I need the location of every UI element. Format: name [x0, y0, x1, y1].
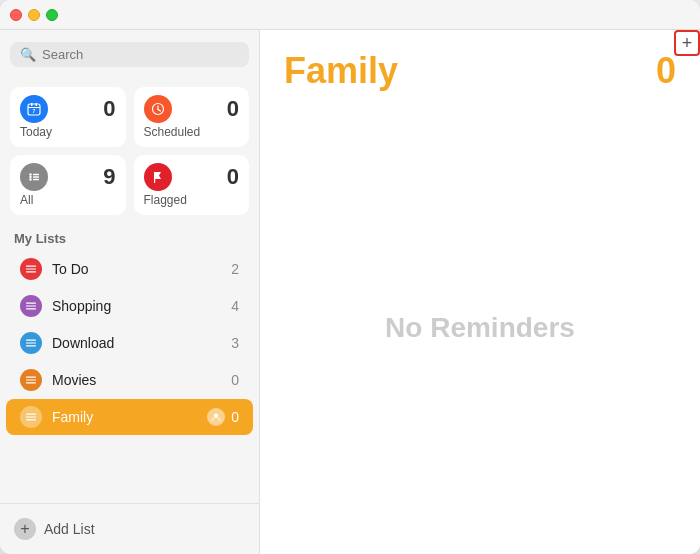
svg-rect-26: [26, 382, 36, 383]
svg-rect-11: [33, 174, 39, 175]
svg-rect-16: [26, 268, 36, 269]
today-count: 0: [103, 96, 115, 122]
todo-list-count: 2: [231, 261, 239, 277]
smart-list-scheduled[interactable]: 0 Scheduled: [134, 87, 250, 147]
svg-rect-12: [33, 176, 39, 177]
detail-body: No Reminders: [260, 102, 700, 554]
movies-list-name: Movies: [52, 372, 221, 388]
svg-rect-20: [26, 308, 36, 309]
today-label: Today: [20, 125, 116, 139]
add-reminder-button-container: +: [674, 30, 700, 56]
svg-point-9: [29, 176, 31, 178]
sidebar-top: 🔍: [0, 30, 259, 77]
family-list-name: Family: [52, 409, 197, 425]
svg-rect-18: [26, 303, 36, 304]
svg-rect-2: [36, 103, 38, 106]
add-list-button[interactable]: + Add List: [14, 514, 245, 544]
svg-rect-1: [31, 103, 33, 106]
detail-header: Family 0: [260, 30, 700, 102]
list-item-download[interactable]: Download 3: [6, 325, 253, 361]
my-lists-section-title: My Lists: [0, 225, 259, 250]
svg-rect-13: [33, 179, 39, 180]
download-list-name: Download: [52, 335, 221, 351]
search-input[interactable]: [42, 47, 239, 62]
no-reminders-text: No Reminders: [385, 312, 575, 344]
list-item-todo[interactable]: To Do 2: [6, 251, 253, 287]
detail-title: Family: [284, 50, 398, 92]
close-button[interactable]: [10, 9, 22, 21]
detail-pane: Family 0 + No Reminders: [260, 30, 700, 554]
main-content: 🔍 7: [0, 30, 700, 554]
shopping-list-icon: [20, 295, 42, 317]
flagged-count: 0: [227, 164, 239, 190]
list-items: To Do 2 Shopping: [0, 250, 259, 503]
list-item-shopping[interactable]: Shopping 4: [6, 288, 253, 324]
svg-rect-19: [26, 305, 36, 306]
scheduled-icon: [144, 95, 172, 123]
svg-point-30: [214, 414, 218, 418]
svg-rect-23: [26, 345, 36, 346]
smart-lists-grid: 7 0 Today: [0, 77, 259, 225]
shopping-list-count: 4: [231, 298, 239, 314]
maximize-button[interactable]: [46, 9, 58, 21]
list-item-movies[interactable]: Movies 0: [6, 362, 253, 398]
add-list-plus-icon: +: [14, 518, 36, 540]
download-list-icon: [20, 332, 42, 354]
flagged-label: Flagged: [144, 193, 240, 207]
traffic-lights: [10, 9, 58, 21]
svg-rect-29: [26, 419, 36, 420]
detail-count: 0: [656, 50, 676, 92]
sidebar: 🔍 7: [0, 30, 260, 554]
svg-rect-15: [26, 266, 36, 267]
svg-line-7: [158, 110, 161, 112]
todo-list-name: To Do: [52, 261, 221, 277]
sidebar-footer: + Add List: [0, 503, 259, 554]
svg-rect-22: [26, 342, 36, 343]
svg-rect-27: [26, 414, 36, 415]
shared-icon: [207, 408, 225, 426]
list-item-family[interactable]: Family 0: [6, 399, 253, 435]
search-bar[interactable]: 🔍: [10, 42, 249, 67]
svg-point-10: [29, 178, 31, 180]
family-list-icon: [20, 406, 42, 428]
todo-list-icon: [20, 258, 42, 280]
titlebar: [0, 0, 700, 30]
all-label: All: [20, 193, 116, 207]
flagged-icon: [144, 163, 172, 191]
shopping-list-name: Shopping: [52, 298, 221, 314]
family-list-count: 0: [231, 409, 239, 425]
smart-list-flagged[interactable]: 0 Flagged: [134, 155, 250, 215]
movies-list-count: 0: [231, 372, 239, 388]
minimize-button[interactable]: [28, 9, 40, 21]
scheduled-count: 0: [227, 96, 239, 122]
svg-rect-14: [154, 172, 155, 183]
svg-point-8: [29, 173, 31, 175]
smart-list-today[interactable]: 7 0 Today: [10, 87, 126, 147]
movies-list-icon: [20, 369, 42, 391]
svg-rect-17: [26, 271, 36, 272]
search-icon: 🔍: [20, 47, 36, 62]
today-icon: 7: [20, 95, 48, 123]
svg-rect-21: [26, 340, 36, 341]
svg-rect-28: [26, 416, 36, 417]
add-list-label: Add List: [44, 521, 95, 537]
all-count: 9: [103, 164, 115, 190]
scheduled-label: Scheduled: [144, 125, 240, 139]
svg-rect-24: [26, 377, 36, 378]
svg-text:7: 7: [33, 108, 36, 114]
add-reminder-button[interactable]: +: [674, 30, 700, 56]
svg-rect-25: [26, 379, 36, 380]
smart-list-all[interactable]: 9 All: [10, 155, 126, 215]
download-list-count: 3: [231, 335, 239, 351]
all-icon: [20, 163, 48, 191]
